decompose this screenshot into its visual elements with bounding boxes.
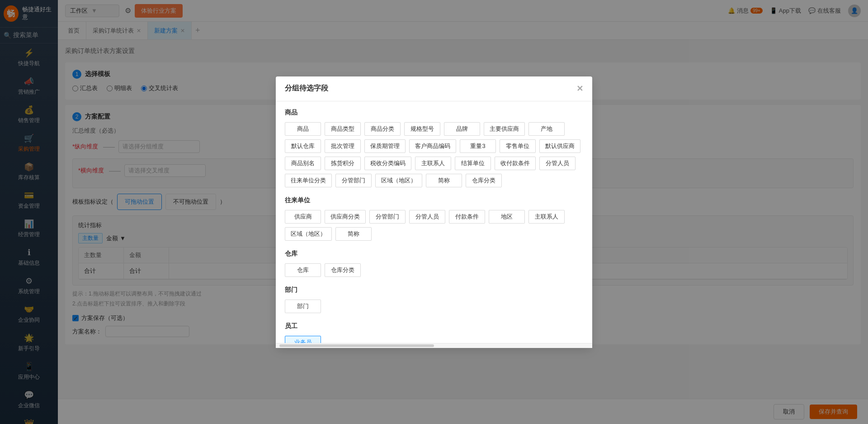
chip-warehouse[interactable]: 仓库 xyxy=(285,263,321,277)
modal-header: 分组待选字段 ✕ xyxy=(276,76,592,101)
chip-origin[interactable]: 产地 xyxy=(528,122,565,136)
chip-partner-manager[interactable]: 分管人员 xyxy=(409,210,445,224)
staff-chips: 业务员 xyxy=(285,336,583,343)
scrollbar-thumb xyxy=(279,344,434,347)
chip-default-supplier[interactable]: 默认供应商 xyxy=(539,139,580,153)
chip-pick-points[interactable]: 拣货积分 xyxy=(325,157,361,170)
chip-region-goods[interactable]: 区域（地区） xyxy=(375,174,422,187)
chip-weight[interactable]: 重量3 xyxy=(460,139,496,153)
chip-partner-category[interactable]: 往来单位分类 xyxy=(285,174,332,187)
section-staff-title: 员工 xyxy=(285,322,583,330)
chip-region-partner[interactable]: 区域（地区） xyxy=(285,227,332,241)
chip-brand[interactable]: 品牌 xyxy=(444,122,480,136)
chip-batch[interactable]: 批次管理 xyxy=(325,139,361,153)
section-dept-title: 部门 xyxy=(285,286,583,294)
section-partner: 往来单位 供应商 供应商分类 分管部门 分管人员 付款条件 地区 主联系人 区域… xyxy=(285,196,583,241)
chip-main-contact[interactable]: 主联系人 xyxy=(415,157,451,170)
chip-warehouse-category[interactable]: 仓库分类 xyxy=(466,174,502,187)
chip-area[interactable]: 地区 xyxy=(489,210,525,224)
chip-expiry[interactable]: 保质期管理 xyxy=(364,139,406,153)
chip-department[interactable]: 部门 xyxy=(285,300,321,313)
modal-body: 商品 商品 商品类型 商品分类 规格型号 品牌 主要供应商 产地 默认仓库 批次… xyxy=(276,101,592,343)
section-warehouse: 仓库 仓库 仓库分类 xyxy=(285,250,583,277)
chip-default-warehouse[interactable]: 默认仓库 xyxy=(285,139,321,153)
chip-salesperson[interactable]: 业务员 xyxy=(285,336,321,343)
chip-goods[interactable]: 商品 xyxy=(285,122,321,136)
chip-main-supplier[interactable]: 主要供应商 xyxy=(484,122,525,136)
modal-close-button[interactable]: ✕ xyxy=(576,84,583,94)
chip-short-name-goods[interactable]: 简称 xyxy=(426,174,462,187)
chip-alias[interactable]: 商品别名 xyxy=(285,157,321,170)
chip-manager[interactable]: 分管人员 xyxy=(539,157,576,170)
chip-payment-terms[interactable]: 收付款条件 xyxy=(495,157,536,170)
modal-title: 分组待选字段 xyxy=(285,84,328,93)
chip-supplier[interactable]: 供应商 xyxy=(285,210,321,224)
section-goods-title: 商品 xyxy=(285,109,583,117)
chip-short-name-partner[interactable]: 简称 xyxy=(335,227,372,241)
section-staff: 员工 业务员 xyxy=(285,322,583,343)
dept-chips: 部门 xyxy=(285,300,583,313)
chip-goods-type[interactable]: 商品类型 xyxy=(325,122,361,136)
warehouse-chips: 仓库 仓库分类 xyxy=(285,263,583,277)
chip-payment-condition[interactable]: 付款条件 xyxy=(449,210,485,224)
goods-chips: 商品 商品类型 商品分类 规格型号 品牌 主要供应商 产地 默认仓库 批次管理 … xyxy=(285,122,583,187)
chip-dept[interactable]: 分管部门 xyxy=(335,174,372,187)
field-select-modal: 分组待选字段 ✕ 商品 商品 商品类型 商品分类 规格型号 品牌 主要供应商 产… xyxy=(276,76,592,348)
chip-supplier-category[interactable]: 供应商分类 xyxy=(325,210,366,224)
chip-warehouse-cat[interactable]: 仓库分类 xyxy=(325,263,361,277)
chip-customer-code[interactable]: 客户商品编码 xyxy=(409,139,456,153)
section-partner-title: 往来单位 xyxy=(285,196,583,205)
modal-overlay: 分组待选字段 ✕ 商品 商品 商品类型 商品分类 规格型号 品牌 主要供应商 产… xyxy=(0,0,868,424)
chip-tax-code[interactable]: 税收分类编码 xyxy=(364,157,411,170)
chip-spec-model[interactable]: 规格型号 xyxy=(404,122,440,136)
chip-goods-category[interactable]: 商品分类 xyxy=(364,122,401,136)
chip-main-contact-partner[interactable]: 主联系人 xyxy=(528,210,565,224)
chip-partner-dept[interactable]: 分管部门 xyxy=(369,210,406,224)
chip-retail-unit[interactable]: 零售单位 xyxy=(500,139,536,153)
modal-scrollbar-h xyxy=(276,343,592,348)
section-warehouse-title: 仓库 xyxy=(285,250,583,258)
partner-chips: 供应商 供应商分类 分管部门 分管人员 付款条件 地区 主联系人 区域（地区） … xyxy=(285,210,583,241)
section-goods: 商品 商品 商品类型 商品分类 规格型号 品牌 主要供应商 产地 默认仓库 批次… xyxy=(285,109,583,187)
section-dept: 部门 部门 xyxy=(285,286,583,313)
chip-settlement-unit[interactable]: 结算单位 xyxy=(455,157,491,170)
